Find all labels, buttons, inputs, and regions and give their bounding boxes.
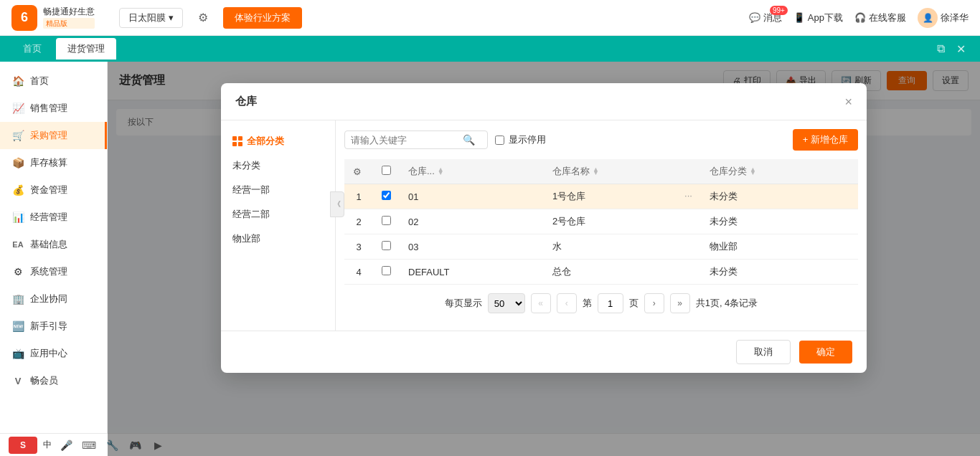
system-icon: ⚙ [11, 265, 24, 278]
row-checkbox[interactable] [382, 266, 391, 275]
warehouse-table: ⚙ 仓库... ▲▼ [344, 159, 858, 285]
guide-icon: 🆕 [11, 320, 24, 333]
row-name: 2号仓库 [544, 209, 701, 234]
row-name: 总仓 [544, 260, 701, 285]
modal-toolbar: 🔍 显示停用 + 新增仓库 [344, 129, 858, 151]
page-number-input[interactable] [598, 293, 623, 313]
close-tab-button[interactable]: ✕ [953, 42, 969, 56]
row-checkbox[interactable] [382, 216, 391, 225]
search-input-wrap: 🔍 [344, 130, 488, 149]
last-page-button[interactable]: » [670, 293, 690, 313]
sidebar-item-purchase[interactable]: 🛒 采购管理 [0, 122, 107, 149]
show-disabled-checkbox[interactable] [495, 136, 504, 145]
category-all-header[interactable]: 全部分类 [221, 129, 335, 153]
sidebar-item-basicinfo[interactable]: EA 基础信息 [0, 231, 107, 258]
search-icon[interactable]: 🔍 [463, 134, 475, 146]
row-checkbox-cell[interactable] [373, 184, 400, 209]
grid-icon [232, 136, 242, 146]
first-page-button[interactable]: « [531, 293, 551, 313]
modal-close-button[interactable]: × [844, 95, 852, 108]
collapse-icon: 《 [334, 199, 341, 209]
row-category: 未分类 [701, 209, 858, 234]
search-input[interactable] [351, 135, 458, 146]
table-row[interactable]: 3 03 水 物业部 [344, 234, 858, 260]
show-disabled-checkbox-label[interactable]: 显示停用 [495, 133, 546, 146]
app-download-button[interactable]: 📱 App下载 [793, 11, 843, 24]
logo-area: 6 畅捷通好生意 精品版 [11, 5, 119, 31]
category-item-property[interactable]: 物业部 [221, 227, 335, 251]
headset-icon: 🎧 [854, 12, 866, 23]
appcenter-icon: 📺 [11, 347, 24, 360]
brand-text: 畅捷通好生意 精品版 [43, 6, 95, 29]
modal-footer: 取消 确定 [221, 331, 867, 373]
sidebar-item-sales[interactable]: 📈 销售管理 [0, 95, 107, 122]
row-more-button[interactable]: ··· [684, 190, 692, 201]
prev-page-button[interactable]: ‹ [557, 293, 577, 313]
membership-icon: V [11, 374, 24, 387]
user-profile[interactable]: 👤 徐泽华 [918, 8, 969, 28]
next-page-button[interactable]: › [644, 293, 664, 313]
basicinfo-icon: EA [11, 238, 24, 251]
th-gear: ⚙ [344, 159, 373, 184]
category-item-unclassified[interactable]: 未分类 [221, 153, 335, 178]
tab-home[interactable]: 首页 [11, 38, 53, 60]
enterprise-icon: 🏢 [11, 293, 24, 305]
row-checkbox[interactable] [382, 191, 391, 200]
warehouse-table-body: 1 01 1号仓库··· 未分类 2 02 2号仓库 未分类 3 03 水 物业… [344, 184, 858, 285]
sidebar: 🏠 首页 📈 销售管理 🛒 采购管理 📦 库存核算 💰 资金管理 📊 经营管理 … [0, 62, 108, 456]
row-checkbox-cell[interactable] [373, 209, 400, 234]
sales-icon: 📈 [11, 102, 24, 115]
row-index: 2 [344, 209, 373, 234]
tab-purchase[interactable]: 进货管理 [56, 38, 116, 60]
confirm-button[interactable]: 确定 [799, 341, 852, 364]
cancel-button[interactable]: 取消 [736, 340, 791, 364]
category-item-operations1[interactable]: 经营一部 [221, 178, 335, 202]
sidebar-collapse-button[interactable]: 《 [330, 191, 344, 217]
th-category: 仓库分类 ▲▼ [701, 159, 858, 184]
mic-icon[interactable]: 🎤 [57, 437, 75, 454]
th-code: 仓库... ▲▼ [400, 159, 544, 184]
sidebar-item-appcenter[interactable]: 📺 应用中心 [0, 340, 107, 367]
modal-pagination: 每页显示 50 10 20 100 « ‹ 第 页 [344, 285, 858, 322]
row-checkbox[interactable] [382, 241, 391, 250]
sidebar-item-membership[interactable]: V 畅会员 [0, 367, 107, 394]
main-layout: 🏠 首页 📈 销售管理 🛒 采购管理 📦 库存核算 💰 资金管理 📊 经营管理 … [0, 62, 980, 456]
table-row[interactable]: 2 02 2号仓库 未分类 [344, 209, 858, 234]
sub-header: 首页 进货管理 ⧉ ✕ [0, 36, 980, 62]
trial-button[interactable]: 体验行业方案 [223, 7, 302, 29]
messages-button[interactable]: 💬 消息 99+ [749, 11, 782, 24]
sub-header-controls: ⧉ ✕ [934, 42, 969, 56]
table-row[interactable]: 4 DEFAULT 总仓 未分类 [344, 260, 858, 285]
sidebar-item-enterprise[interactable]: 🏢 企业协同 [0, 285, 107, 313]
online-service-button[interactable]: 🎧 在线客服 [854, 11, 906, 24]
table-row[interactable]: 1 01 1号仓库··· 未分类 [344, 184, 858, 209]
row-checkbox-cell[interactable] [373, 260, 400, 285]
sort-icon-cat: ▲▼ [750, 168, 756, 176]
modal-title: 仓库 [235, 95, 257, 108]
ime-logo: S [9, 437, 37, 454]
sidebar-item-home[interactable]: 🏠 首页 [0, 67, 107, 95]
store-selector[interactable]: 日太阳膜 ▾ [119, 8, 183, 28]
select-all-checkbox[interactable] [382, 166, 391, 175]
row-code: 01 [400, 184, 544, 209]
row-checkbox-cell[interactable] [373, 234, 400, 260]
modal-header: 仓库 × [221, 83, 867, 120]
category-item-operations2[interactable]: 经营二部 [221, 202, 335, 227]
sidebar-item-guide[interactable]: 🆕 新手引导 [0, 313, 107, 340]
sidebar-item-finance[interactable]: 💰 资金管理 [0, 176, 107, 204]
inventory-icon: 📦 [11, 156, 24, 169]
top-header: 6 畅捷通好生意 精品版 日太阳膜 ▾ ⚙ 体验行业方案 💬 消息 99+ 📱 … [0, 0, 980, 36]
operations-icon: 📊 [11, 211, 24, 224]
keyboard-icon[interactable]: ⌨ [80, 437, 98, 454]
settings-icon[interactable]: ⚙ [192, 6, 215, 29]
table-header: ⚙ 仓库... ▲▼ [344, 159, 858, 184]
sidebar-item-inventory[interactable]: 📦 库存核算 [0, 149, 107, 176]
per-page-select[interactable]: 50 10 20 100 [488, 293, 525, 313]
gear-icon[interactable]: ⚙ [353, 166, 362, 177]
sort-icon-name: ▲▼ [593, 168, 599, 176]
sidebar-item-system[interactable]: ⚙ 系统管理 [0, 258, 107, 285]
sidebar-item-operations[interactable]: 📊 经营管理 [0, 204, 107, 231]
th-name: 仓库名称 ▲▼ [544, 159, 701, 184]
add-warehouse-button[interactable]: + 新增仓库 [793, 129, 858, 151]
restore-button[interactable]: ⧉ [934, 42, 948, 55]
